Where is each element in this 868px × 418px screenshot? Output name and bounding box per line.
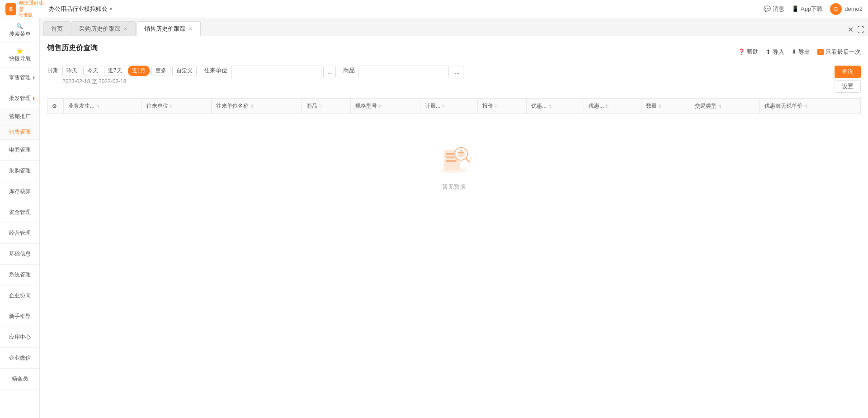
tab-close-sales[interactable]: × <box>188 26 193 32</box>
sidebar-item-newbie[interactable]: 新手引导 <box>0 306 39 327</box>
sidebar-item-label: 营销推广 <box>9 113 31 120</box>
sort-icon: ⇅ <box>378 104 382 109</box>
sidebar-item-inventory[interactable]: 库存核算 <box>0 181 39 202</box>
empty-state: 暂无数据 <box>47 114 861 218</box>
help-btn[interactable]: ❓ 帮助 <box>738 48 759 56</box>
sidebar-item-enterprise[interactable]: 企业协同 <box>0 285 39 306</box>
th-partner-code[interactable]: 往来单位 ⇅ <box>142 99 212 114</box>
page-content: 销售历史价查询 ❓ 帮助 ⬆ 导入 ⬇ 导出 <box>40 36 868 418</box>
date-btn-1month[interactable]: 近1月 <box>128 66 150 76</box>
date-btn-more[interactable]: 更多 <box>151 66 170 76</box>
empty-text: 暂无数据 <box>442 183 466 191</box>
page-actions: ❓ 帮助 ⬆ 导入 ⬇ 导出 ✓ 只看最后一次 <box>738 48 861 56</box>
tab-close-purchase[interactable]: × <box>123 26 128 32</box>
th-partner-name[interactable]: 往来单位名称 ⇅ <box>212 99 302 114</box>
sidebar-item-member[interactable]: 畅会员 <box>0 369 39 390</box>
tab-label: 采购历史价跟踪 <box>79 25 120 33</box>
sidebar-item-label: 搜索菜单 <box>9 30 31 38</box>
th-pre-discount-price[interactable]: 优惠前无税单价 ⇅ <box>760 99 860 114</box>
maximize-icon[interactable]: ⛶ <box>857 26 864 34</box>
page-title: 销售历史价查询 <box>47 43 98 53</box>
date-btn-7days[interactable]: 近7天 <box>104 66 126 76</box>
th-product[interactable]: 商品 ⇅ <box>302 99 350 114</box>
sidebar-item-sales-mgmt[interactable]: 销售管理 <box>0 124 39 140</box>
message-btn[interactable]: 💬 消息 <box>764 5 784 13</box>
import-btn[interactable]: ⬆ 导入 <box>766 48 784 56</box>
th-discount2[interactable]: 优惠... ⇅ <box>584 99 641 114</box>
top-bar: 6 畅捷通好生意 标准版 办公用品行业模拟账套 ▾ 💬 消息 📱 App下载 D… <box>0 0 868 18</box>
sort-icon: ⇅ <box>250 104 254 109</box>
download-icon: 📱 <box>792 5 799 12</box>
date-btn-custom[interactable]: 自定义 <box>172 66 197 76</box>
user-info[interactable]: D demo2 <box>830 3 863 15</box>
only-last-checkbox[interactable]: ✓ 只看最后一次 <box>817 48 861 56</box>
product-input[interactable] <box>359 66 449 78</box>
app-download-btn[interactable]: 📱 App下载 <box>792 5 823 13</box>
sort-icon: ⇅ <box>96 104 99 109</box>
tab-label: 首页 <box>51 25 63 33</box>
tab-home[interactable]: 首页 <box>43 21 71 36</box>
main-layout: 🔍 搜索菜单 ⭐ 快捷导航 零售管理 批发管理 营销推广 销售管理 电商管理 采… <box>0 18 868 418</box>
sidebar-item-wholesale-mgmt[interactable]: 批发管理 <box>0 88 39 109</box>
sidebar-item-system-mgmt[interactable]: 系统管理 <box>0 265 39 285</box>
sort-icon: ⇅ <box>170 104 173 109</box>
logo-text: 畅捷通好生意 标准版 <box>19 0 45 17</box>
username-label: demo2 <box>844 5 863 12</box>
th-spec[interactable]: 规格型号 ⇅ <box>350 99 420 114</box>
date-btn-today[interactable]: 今天 <box>83 66 102 76</box>
partner-ellipsis-btn[interactable]: ... <box>323 66 336 78</box>
logo-area: 6 畅捷通好生意 标准版 <box>5 0 45 17</box>
sidebar-item-marketing[interactable]: 营销推广 <box>0 109 39 124</box>
svg-rect-3 <box>446 157 455 158</box>
settings-button[interactable]: 设置 <box>835 80 861 93</box>
partner-input-group: ... <box>231 66 336 78</box>
help-icon: ❓ <box>738 48 745 55</box>
sidebar-item-basic-info[interactable]: 基础信息 <box>0 244 39 265</box>
sort-icon: ⇅ <box>804 104 807 109</box>
partner-input[interactable] <box>231 66 321 78</box>
sidebar-item-label: 电商管理 <box>9 146 31 154</box>
tab-bar: 首页 采购历史价跟踪 × 销售历史价跟踪 × ✕ ⛶ <box>40 18 868 36</box>
tab-sales-history[interactable]: 销售历史价跟踪 × <box>137 21 201 36</box>
th-discount1[interactable]: 优惠... ⇅ <box>526 99 584 114</box>
app-title[interactable]: 办公用品行业模拟账套 ▾ <box>49 5 760 13</box>
query-button[interactable]: 查询 <box>835 66 861 78</box>
th-gear[interactable]: ⚙ <box>47 99 64 114</box>
tab-purchase-history[interactable]: 采购历史价跟踪 × <box>71 21 136 36</box>
close-window-icon[interactable]: ✕ <box>848 25 854 34</box>
product-ellipsis-btn[interactable]: ... <box>451 66 463 78</box>
table-header: ⚙ 业务发生... ⇅ 往来单位 ⇅ 往来单位名称 ⇅ <box>47 99 861 114</box>
sidebar-item-retail-mgmt[interactable]: 零售管理 <box>0 67 39 88</box>
sidebar-item-operations[interactable]: 经营管理 <box>0 223 39 244</box>
th-biz-date[interactable]: 业务发生... ⇅ <box>64 99 142 114</box>
export-icon: ⬇ <box>792 48 797 55</box>
sidebar-item-label: 基础信息 <box>9 250 31 258</box>
sidebar-item-label: 资金管理 <box>9 209 31 216</box>
dropdown-icon[interactable]: ▾ <box>109 5 113 12</box>
sidebar-item-ecommerce[interactable]: 电商管理 <box>0 140 39 161</box>
sort-icon: ⇅ <box>658 104 662 109</box>
sidebar-item-search-menu[interactable]: 🔍 搜索菜单 <box>0 18 39 43</box>
sidebar-item-corp-wechat[interactable]: 企业微信 <box>0 348 39 369</box>
sidebar-item-label: 经营管理 <box>9 229 31 237</box>
sidebar: 🔍 搜索菜单 ⭐ 快捷导航 零售管理 批发管理 营销推广 销售管理 电商管理 采… <box>0 18 40 418</box>
th-quoted-price[interactable]: 报价 ⇅ <box>477 99 526 114</box>
th-unit[interactable]: 计量... ⇅ <box>420 99 477 114</box>
sidebar-item-app-center[interactable]: 应用中心 <box>0 327 39 348</box>
sidebar-item-label: 零售管理 <box>9 74 31 81</box>
sidebar-item-label: 系统管理 <box>9 271 31 279</box>
sidebar-item-label: 新手引导 <box>9 313 31 320</box>
sidebar-item-quick-nav[interactable]: ⭐ 快捷导航 <box>0 43 39 68</box>
sidebar-item-finance[interactable]: 资金管理 <box>0 202 39 223</box>
sidebar-item-label: 畅会员 <box>12 375 28 383</box>
checkbox-checked-icon: ✓ <box>817 49 824 55</box>
sidebar-item-label: 企业协同 <box>9 292 31 299</box>
product-filter-label: 商品 <box>343 66 355 75</box>
sidebar-item-purchase-mgmt[interactable]: 采购管理 <box>0 161 39 181</box>
export-btn[interactable]: ⬇ 导出 <box>792 48 810 56</box>
th-trade-type[interactable]: 交易类型 ⇅ <box>690 99 760 114</box>
th-qty[interactable]: 数量 ⇅ <box>642 99 690 114</box>
svg-line-7 <box>466 158 469 162</box>
import-label: 导入 <box>773 48 784 56</box>
date-btn-yesterday[interactable]: 昨天 <box>62 66 81 76</box>
